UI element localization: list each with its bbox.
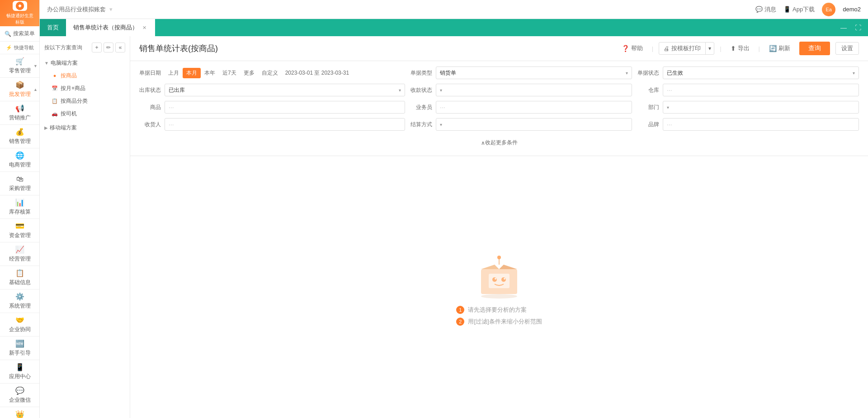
dept-label: 部门 [637, 104, 659, 111]
enterprise-icon: 🤝 [15, 316, 24, 324]
refresh-label: 刷新 [778, 44, 790, 52]
sidebar-item-wholesale[interactable]: 📦 批发管理 ▲ [0, 78, 39, 101]
date-tab-7days[interactable]: 近7天 [219, 68, 240, 78]
collapse-filters-btn[interactable]: ∧ 收起更多条件 [139, 135, 859, 150]
tab-active[interactable]: 销售单统计表（按商品） ✕ [66, 19, 155, 36]
filter-row-4: 收货人 ··· 结算方式 ▾ 品牌 ··· [139, 118, 859, 131]
export-btn[interactable]: ⬆ 导出 [727, 43, 753, 54]
divider1: | [652, 45, 653, 52]
stock-select[interactable]: 已出库 ▾ [165, 84, 405, 96]
date-tab-thismonth[interactable]: 本月 [183, 68, 201, 78]
divider2: | [720, 45, 721, 52]
retail-label: 零售管理 [9, 67, 31, 75]
app-download-btn[interactable]: 📱 App下载 [783, 5, 815, 14]
filter-brand-cell: 品牌 ··· [637, 118, 859, 131]
empty-illustration [470, 249, 528, 299]
stock-label: 出库状态 [139, 86, 161, 94]
sidebar-item-operation[interactable]: 📈 经营管理 [0, 242, 39, 266]
recipient-input[interactable]: ··· [165, 118, 405, 131]
scheme-by-goods[interactable]: ● 按商品 [49, 69, 130, 82]
stock-value: 已出库 [169, 86, 185, 94]
tab-close-btn[interactable]: ✕ [141, 24, 148, 31]
search-menu[interactable]: 🔍 搜索菜单 [0, 26, 39, 42]
tree-node-pc[interactable]: ▼ 电脑端方案 [40, 57, 130, 69]
sidebar-item-marketing[interactable]: 📢 营销推广 [0, 101, 39, 125]
scheme-driver-icon: 🚗 [51, 109, 59, 118]
filter-staff-cell: 业务员 ··· [410, 101, 632, 114]
settle-select[interactable]: ▾ [436, 118, 632, 131]
goods-dots: ··· [169, 104, 174, 111]
sidebar-item-member[interactable]: 👑 畅会员 [0, 407, 39, 418]
refresh-btn[interactable]: 🔄 刷新 [765, 43, 794, 54]
dept-select[interactable]: ▾ [663, 101, 859, 114]
page-header: 销售单统计表(按商品) ❓ 帮助 | 🖨 按模板打印 ▾ [130, 36, 868, 61]
guide-icon: 🆕 [15, 339, 24, 348]
print-btn[interactable]: 🖨 按模板打印 [659, 43, 706, 54]
sidebar-item-purchase[interactable]: 🛍 采购管理 [0, 172, 39, 195]
date-tab-lastmonth[interactable]: 上月 [165, 68, 183, 78]
type-label: 单据类型 [410, 69, 432, 77]
sidebar-item-system[interactable]: ⚙️ 系统管理 [0, 290, 39, 313]
apps-icon: 📱 [15, 363, 24, 371]
sidebar-item-retail[interactable]: 🛒 零售管理 ▼ [0, 54, 39, 78]
refresh-icon: 🔄 [769, 45, 777, 52]
svg-point-1 [481, 294, 517, 299]
brand-dots: ··· [667, 121, 672, 128]
tab-home[interactable]: 首页 [40, 19, 66, 36]
sidebar-item-guide[interactable]: 🆕 新手引导 [0, 337, 39, 360]
filter-stock-cell: 出库状态 已出库 ▾ [139, 84, 405, 96]
print-dropdown-btn[interactable]: ▾ [706, 43, 714, 53]
sidebar-item-enterprise[interactable]: 🤝 企业协同 [0, 313, 39, 337]
scheme-by-category[interactable]: 📋 按商品分类 [49, 95, 130, 107]
sidebar-item-apps[interactable]: 📱 应用中心 [0, 360, 39, 384]
query-btn[interactable]: 查询 [799, 42, 830, 55]
brand-input[interactable]: ··· [663, 118, 859, 131]
status-select[interactable]: 已生效 ▾ [663, 66, 859, 79]
tree-children-pc: ● 按商品 📅 按月+商品 📋 按商品分类 🚗 按司机 [40, 69, 130, 120]
avatar[interactable]: Ea [822, 3, 835, 16]
sidebar-item-ecommerce[interactable]: 🌐 电商管理 [0, 148, 39, 172]
sidebar-item-wechat[interactable]: 💬 企业微信 [0, 384, 39, 407]
enterprise-label: 企业协同 [9, 326, 31, 333]
basic-label: 基础信息 [9, 279, 31, 286]
apps-label: 应用中心 [9, 373, 31, 380]
filter-goods-cell: 商品 ··· [139, 101, 405, 114]
staff-input[interactable]: ··· [436, 101, 632, 114]
sidebar-item-sales[interactable]: 💰 销售管理 [0, 125, 39, 148]
svg-point-9 [497, 256, 501, 259]
date-tab-more[interactable]: 更多 [240, 68, 258, 78]
sidebar-item-basic[interactable]: 📋 基础信息 [0, 266, 39, 290]
edit-scheme-btn[interactable]: ✏ [104, 43, 113, 52]
sidebar-item-finance[interactable]: 💳 资金管理 [0, 219, 39, 242]
collapse-panel-btn[interactable]: « [115, 43, 125, 52]
tab-minimize-btn[interactable]: — [837, 21, 850, 34]
inventory-label: 库存核算 [9, 208, 31, 216]
scheme-by-month-goods[interactable]: 📅 按月+商品 [49, 82, 130, 95]
add-scheme-btn[interactable]: + [92, 43, 102, 52]
goods-input[interactable]: ··· [165, 101, 405, 114]
payment-select[interactable]: ▾ [436, 84, 632, 96]
sidebar-item-inventory[interactable]: 📊 库存核算 [0, 195, 39, 219]
scheme-goods-label: 按商品 [61, 72, 77, 80]
logo-text: 畅捷通好生意 [6, 13, 33, 19]
scheme-by-driver[interactable]: 🚗 按司机 [49, 107, 130, 120]
goods-label: 商品 [139, 104, 161, 111]
quick-nav[interactable]: ⚡ 快捷导航 [0, 42, 39, 54]
warehouse-input[interactable]: ··· [663, 84, 859, 96]
operation-label: 经营管理 [9, 255, 31, 263]
filter-dept-cell: 部门 ▾ [637, 101, 859, 114]
filter-area: 单据日期 上月 本月 本年 近7天 更多 自定义 2023-03-01 至 20… [130, 61, 868, 156]
tree-node-mobile[interactable]: ▶ 移动端方案 [40, 122, 130, 134]
filter-payment-cell: 收款状态 ▾ [410, 84, 632, 96]
date-tab-thisyear[interactable]: 本年 [201, 68, 219, 78]
type-select[interactable]: 销货单 ▾ [436, 66, 632, 79]
tab-maximize-btn[interactable]: ⛶ [852, 21, 864, 34]
settings-btn[interactable]: 设置 [835, 42, 859, 55]
message-btn[interactable]: 💬 消息 [755, 5, 776, 14]
wechat-label: 企业微信 [9, 396, 31, 404]
collapse-label: 收起更多条件 [485, 139, 518, 147]
help-btn[interactable]: ❓ 帮助 [618, 43, 646, 54]
purchase-label: 采购管理 [9, 185, 31, 192]
date-tab-custom[interactable]: 自定义 [258, 68, 282, 78]
message-icon: 💬 [755, 6, 763, 13]
